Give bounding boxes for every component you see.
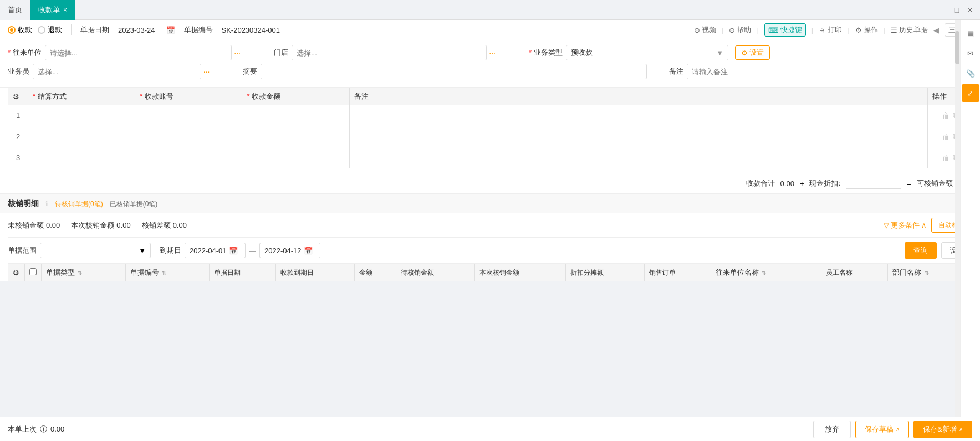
equals-sign: = (907, 180, 911, 188)
row-3-settlement[interactable] (28, 147, 135, 168)
row-1-account[interactable] (135, 105, 242, 126)
row-2-account[interactable] (135, 126, 242, 147)
calendar-from-icon[interactable]: 📅 (229, 247, 238, 255)
col-doc-type: 单据类型 ⇅ (42, 264, 126, 281)
verify-title: 核销明细 (8, 199, 39, 209)
radio-receipt-label: 收款 (18, 25, 32, 35)
staff-label: 业务员 (8, 66, 29, 76)
business-type-select[interactable]: 预收款 ▼ (566, 45, 728, 60)
radio-refund-label: 退款 (48, 25, 62, 35)
row-2-amount[interactable] (242, 126, 349, 147)
right-toolbar: ⊙ 视频 | ⊙ 帮助 | ⌨ 快捷键 | 🖨 打印 | ⚙ 操作 | ☰ 历史… (694, 23, 972, 37)
sort-number-icon[interactable]: ⇅ (162, 270, 166, 276)
business-type-label: 业务类型 (529, 48, 563, 58)
row-2-settlement[interactable] (28, 126, 135, 147)
video-btn[interactable]: ⊙ 视频 (694, 25, 716, 35)
scrollbar-thumb[interactable] (955, 31, 959, 64)
radio-refund[interactable]: 退款 (38, 25, 62, 35)
summary-field: 摘要 (243, 64, 647, 79)
row-1-delete-icon[interactable]: 🗑 (942, 111, 950, 120)
unverified-value: 0.00 (46, 221, 60, 229)
panel-expand-icon[interactable]: ⤢ (962, 84, 979, 102)
operation-btn[interactable]: ⚙ 操作 (855, 25, 878, 35)
row-2-note[interactable] (349, 126, 927, 147)
detail-checkbox-col: ⚙ (8, 264, 25, 281)
prev-arrow[interactable]: ◀ (933, 26, 939, 34)
diff-label: 核销差额 (142, 221, 171, 230)
store-input[interactable] (292, 45, 487, 60)
sort-type-icon[interactable]: ⇅ (78, 270, 82, 276)
tab-home[interactable]: 首页 (0, 0, 30, 20)
detail-select-all-col (25, 264, 42, 281)
tab-home-label: 首页 (8, 5, 22, 15)
business-type-field: 业务类型 预收款 ▼ (529, 45, 728, 60)
save-new-button[interactable]: 保存&新增 ∧ (913, 421, 972, 438)
abandon-button[interactable]: 放弃 (813, 421, 851, 438)
range-select[interactable]: ▼ (40, 243, 151, 258)
row-3-amount[interactable] (242, 147, 349, 168)
calendar-to-icon[interactable]: 📅 (304, 247, 313, 255)
shortcut-btn[interactable]: ⌨ 快捷键 (764, 23, 806, 37)
col-sales-order: 销售订单 (645, 264, 711, 281)
row-1-settlement[interactable] (28, 105, 135, 126)
calendar-icon[interactable]: 📅 (166, 26, 175, 34)
note-input[interactable] (687, 64, 972, 79)
panel-mail-icon[interactable]: ✉ (962, 44, 979, 62)
history-btn[interactable]: ☰ 历史单据 (891, 25, 928, 35)
query-button[interactable]: 查询 (905, 242, 937, 259)
table-row: 3 🗑 ⧉ (8, 147, 972, 168)
tab-receipt[interactable]: 收款单 × (30, 0, 75, 20)
help-btn[interactable]: ⊙ 帮助 (729, 25, 751, 35)
row-2-delete-icon[interactable]: 🗑 (942, 132, 950, 141)
gear-detail-icon[interactable]: ⚙ (13, 269, 19, 277)
verify-info-icon[interactable]: ℹ (45, 200, 48, 208)
print-icon: 🖨 (819, 26, 826, 34)
summary-label: 摘要 (243, 66, 257, 76)
discount-input[interactable] (846, 178, 901, 189)
close-button[interactable]: × (966, 6, 974, 14)
summary-input[interactable] (261, 64, 647, 79)
number-label: 单据编号 (184, 25, 213, 35)
radio-receipt[interactable]: 收款 (8, 25, 32, 35)
more-conditions-btn[interactable]: ▽ 更多条件 ∧ (884, 221, 927, 230)
staff-input[interactable] (33, 64, 201, 79)
select-all-checkbox[interactable] (29, 268, 37, 275)
chevron-down-icon: ▼ (716, 49, 723, 57)
staff-more-btn[interactable]: ··· (203, 67, 210, 76)
save-draft-button[interactable]: 保存草稿 ∧ (855, 421, 909, 438)
note-label: 备注 (669, 66, 683, 76)
radio-refund-circle (38, 26, 45, 34)
setting-button[interactable]: ⚙ 设置 (735, 45, 770, 60)
row-3-delete-icon[interactable]: 🗑 (942, 153, 950, 162)
scrollbar-area[interactable] (955, 20, 960, 417)
due-date-label: 到期日 (160, 245, 181, 255)
store-more-btn[interactable]: ··· (489, 48, 496, 57)
table-gear-col[interactable]: ⚙ (8, 88, 28, 105)
summary-row: 收款合计 0.00 + 现金折扣: = 可核销金额 0.00 (0, 173, 980, 193)
row-3-account[interactable] (135, 147, 242, 168)
panel-clip-icon[interactable]: 📎 (962, 64, 979, 82)
print-btn[interactable]: 🖨 打印 (819, 25, 842, 35)
row-1-amount[interactable] (242, 105, 349, 126)
restore-button[interactable]: □ (952, 6, 961, 14)
staff-field: 业务员 ··· (8, 64, 210, 79)
info-circle-icon[interactable]: ⓘ (40, 424, 47, 434)
panel-table-icon[interactable]: ▤ (962, 24, 979, 42)
tab-bar: 首页 收款单 × — □ × (0, 0, 980, 20)
pending-tab[interactable]: 待核销单据(0笔) (55, 199, 103, 209)
date-from-input[interactable]: 2022-04-01 📅 (185, 243, 246, 258)
unverified-label: 未核销金额 (8, 221, 44, 230)
sort-dept-icon[interactable]: ⇅ (925, 270, 929, 276)
row-3-note[interactable] (349, 147, 927, 168)
date-to-input[interactable]: 2022-04-12 📅 (259, 243, 320, 258)
minimize-button[interactable]: — (939, 6, 948, 14)
col-discount: 折扣分摊额 (566, 264, 645, 281)
table-row: 2 🗑 ⧉ (8, 126, 972, 147)
done-tab[interactable]: 已核销单据(0笔) (110, 199, 158, 209)
counterpart-more-btn[interactable]: ··· (234, 48, 241, 57)
counterpart-input[interactable] (45, 45, 232, 60)
sort-counterpart-icon[interactable]: ⇅ (762, 270, 766, 276)
total-value: 0.00 (780, 180, 794, 188)
row-1-note[interactable] (349, 105, 927, 126)
tab-receipt-close[interactable]: × (63, 6, 67, 14)
